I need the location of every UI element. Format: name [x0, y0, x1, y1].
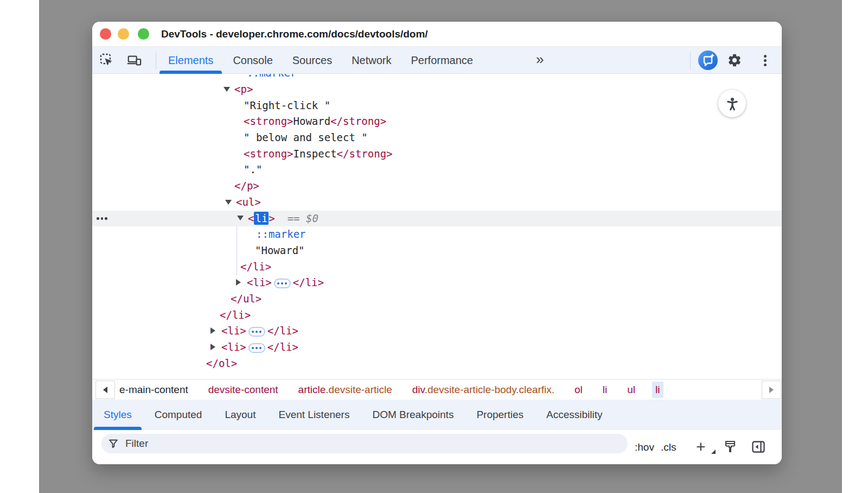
breadcrumb-item[interactable]: article.devsite-article [295, 382, 395, 398]
code-token: <strong> [244, 148, 293, 160]
tab-accessibility[interactable]: Accessibility [535, 400, 614, 430]
hidden-children-ellipsis-icon[interactable] [274, 279, 291, 288]
expand-arrow-icon[interactable] [210, 344, 215, 350]
dom-tree-row[interactable]: <ul> [92, 194, 782, 211]
dom-node-code: <strong>Inspect</strong> [244, 146, 393, 162]
code-token: Howard [293, 115, 331, 127]
hidden-children-ellipsis-icon[interactable] [248, 343, 265, 353]
code-token: Inspect [293, 148, 337, 160]
code-token: > [269, 212, 275, 224]
tab-styles[interactable]: Styles [92, 400, 143, 430]
code-token: e-main-content [119, 384, 188, 395]
code-token: "Right-click " [244, 99, 330, 111]
dom-tree-row[interactable]: "Howard" [92, 243, 782, 259]
toggle-sidebar-icon[interactable] [751, 439, 766, 457]
tab-console[interactable]: Console [223, 47, 282, 74]
dom-tree-row[interactable]: "Right-click " [92, 98, 782, 114]
dom-tree-row[interactable]: <strong>Howard</strong> [92, 113, 782, 130]
toggle-element-state-button[interactable]: :hov [635, 430, 654, 464]
dom-tree-row[interactable]: </p> [92, 178, 782, 194]
code-token: div [412, 384, 425, 395]
code-token: </p> [234, 180, 259, 192]
breadcrumb-scroll-left-button[interactable] [95, 381, 115, 399]
dom-tree-row[interactable]: <p> [92, 81, 782, 98]
tab-layout[interactable]: Layout [213, 400, 267, 430]
breadcrumb-item[interactable]: div.devsite-article-body.clearfix. [409, 382, 558, 398]
tab-network[interactable]: Network [342, 47, 401, 74]
accessibility-overlay-button[interactable] [718, 90, 746, 117]
collapse-arrow-icon[interactable] [225, 200, 232, 205]
dom-tree-row[interactable]: " below and select " [92, 130, 782, 146]
brush-icon[interactable] [723, 439, 738, 457]
dom-tree-row[interactable]: <strong>Inspect</strong> [92, 146, 782, 162]
inspect-element-icon[interactable] [99, 53, 114, 68]
breadcrumb-item[interactable]: li [652, 382, 663, 398]
breadcrumb-bar: e-main-contentdevsite-contentarticle.dev… [92, 379, 782, 400]
device-toolbar-icon[interactable] [126, 53, 142, 68]
filter-funnel-icon [108, 438, 119, 449]
close-button[interactable] [100, 28, 111, 40]
element-classes-button[interactable]: .cls [661, 430, 676, 464]
dom-tree-row[interactable]: <li> == $0 [92, 211, 782, 227]
tab-dom-breakpoints[interactable]: DOM Breakpoints [361, 400, 465, 430]
selected-tag-name: li [254, 212, 269, 225]
breadcrumb-item[interactable]: ul [624, 382, 639, 398]
new-style-rule-button[interactable]: + [696, 437, 712, 457]
dom-tree-row[interactable]: </ol> [92, 356, 782, 372]
code-token: ol [575, 384, 583, 395]
more-options-icon[interactable] [761, 53, 769, 68]
zoom-button[interactable] [138, 28, 149, 40]
breadcrumb-item[interactable]: ol [571, 382, 586, 398]
code-token: "Howard" [255, 244, 305, 256]
more-tabs-icon[interactable]: » [536, 47, 544, 74]
tab-properties[interactable]: Properties [465, 400, 535, 430]
breadcrumb-item[interactable]: devsite-content [205, 382, 282, 398]
breadcrumb-item[interactable]: e-main-content [116, 382, 192, 398]
dom-tree-row[interactable]: </ul> [92, 291, 782, 307]
dom-node-code: "." [244, 162, 262, 178]
collapse-arrow-icon[interactable] [237, 216, 244, 220]
dom-tree-row[interactable]: <li></li> [92, 339, 782, 356]
styles-panel-tab-strip: StylesComputedLayoutEvent ListenersDOM B… [92, 400, 782, 430]
dom-node-code: </li> [240, 259, 271, 275]
code-token: article [298, 384, 326, 395]
hidden-children-ellipsis-icon[interactable] [248, 327, 265, 337]
dom-node-code: <strong>Howard</strong> [244, 113, 386, 130]
dom-node-code: <p> [234, 81, 253, 98]
styles-pane-toolbar: :hov .cls + [92, 430, 782, 464]
tab-computed[interactable]: Computed [143, 400, 214, 430]
clipped-marker-node[interactable]: ::marker [247, 74, 297, 81]
dom-tree-row[interactable]: </li> [92, 307, 782, 324]
expand-arrow-icon[interactable] [210, 327, 215, 334]
code-token: devsite-content [208, 384, 278, 395]
settings-gear-icon[interactable] [727, 53, 742, 68]
ai-assistance-icon[interactable] [698, 50, 718, 70]
dom-node-code: ::marker [256, 226, 306, 243]
style-filter-field[interactable] [101, 434, 628, 453]
tab-performance[interactable]: Performance [401, 47, 483, 74]
breadcrumb-scroll-right-button[interactable] [762, 381, 781, 399]
code-token: $0 [306, 212, 318, 224]
code-token: li [603, 384, 607, 395]
dom-tree-row[interactable]: ::marker [92, 226, 782, 243]
dom-tree-rows: <p>"Right-click "<strong>Howard</strong>… [92, 81, 782, 371]
filter-input[interactable] [124, 437, 621, 450]
dom-tree-row[interactable]: <li></li> [92, 323, 782, 339]
tab-event-listeners[interactable]: Event Listeners [267, 400, 361, 430]
dom-node-code: <li></li> [247, 275, 324, 291]
code-token: </li> [293, 276, 324, 288]
dom-tree-row[interactable]: <li></li> [92, 275, 782, 291]
panel-tab-strip: ElementsConsoleSourcesNetworkPerformance [158, 47, 483, 74]
code-token: == [275, 212, 306, 224]
row-more-actions-dots[interactable] [97, 217, 107, 220]
dom-tree-row[interactable]: "." [92, 162, 782, 178]
tab-elements[interactable]: Elements [158, 47, 223, 74]
devtools-window: DevTools - developer.chrome.com/docs/dev… [92, 22, 782, 464]
dom-node-code: <li> == $0 [248, 211, 318, 227]
breadcrumb-item[interactable]: li [599, 382, 610, 398]
collapse-arrow-icon[interactable] [224, 87, 230, 92]
dom-tree-row[interactable]: </li> [92, 259, 782, 275]
expand-arrow-icon[interactable] [236, 279, 241, 286]
tab-sources[interactable]: Sources [283, 47, 342, 74]
minimize-button[interactable] [118, 28, 129, 40]
